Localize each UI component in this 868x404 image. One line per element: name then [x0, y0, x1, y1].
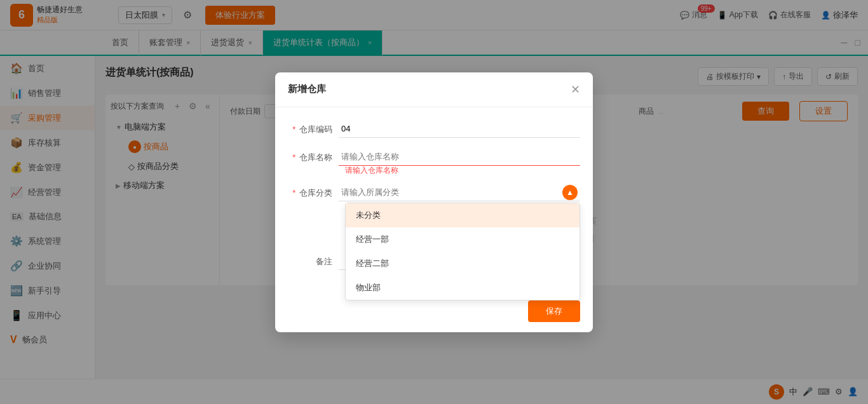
- add-warehouse-modal: 新增仓库 ✕ * 仓库编码 * 仓库名称 请输入仓库名称: [275, 72, 593, 332]
- name-error-msg: 请输入仓库名称: [345, 165, 398, 176]
- form-row-name: * 仓库名称 请输入仓库名称: [288, 148, 580, 166]
- name-input[interactable]: [339, 148, 580, 166]
- remark-label: 备注: [288, 252, 339, 267]
- save-btn[interactable]: 保存: [528, 300, 580, 322]
- dropdown-item-ops2[interactable]: 经营二部: [346, 252, 580, 276]
- dropdown-item-ops3[interactable]: 物业部: [346, 276, 580, 300]
- code-label: * 仓库编码: [288, 120, 339, 135]
- modal-title: 新增仓库: [288, 83, 326, 95]
- modal-body: * 仓库编码 * 仓库名称 请输入仓库名称 * 仓库分类: [275, 107, 593, 293]
- modal-overlay[interactable]: 新增仓库 ✕ * 仓库编码 * 仓库名称 请输入仓库名称: [0, 0, 868, 404]
- class-input[interactable]: [339, 184, 580, 201]
- classification-wrapper: ▲: [339, 184, 580, 201]
- class-label: * 仓库分类: [288, 184, 339, 199]
- modal-close-btn[interactable]: ✕: [571, 83, 580, 97]
- modal-header: 新增仓库 ✕: [275, 72, 593, 107]
- required-star-class: *: [292, 188, 295, 198]
- dropdown-item-ops1[interactable]: 经营一部: [346, 227, 580, 252]
- dropdown-toggle-btn[interactable]: ▲: [562, 185, 578, 200]
- class-dropdown-list: 未分类 经营一部 经营二部 物业部: [345, 203, 580, 300]
- required-star-code: *: [292, 125, 295, 134]
- required-star-name: *: [292, 152, 295, 162]
- code-input[interactable]: [339, 120, 580, 138]
- name-label: * 仓库名称: [288, 148, 339, 163]
- form-row-class: * 仓库分类 ▲ 未分类 经营一部 经营二部 物业部: [288, 184, 580, 201]
- dropdown-item-unclassified[interactable]: 未分类: [346, 203, 580, 227]
- form-row-code: * 仓库编码: [288, 120, 580, 138]
